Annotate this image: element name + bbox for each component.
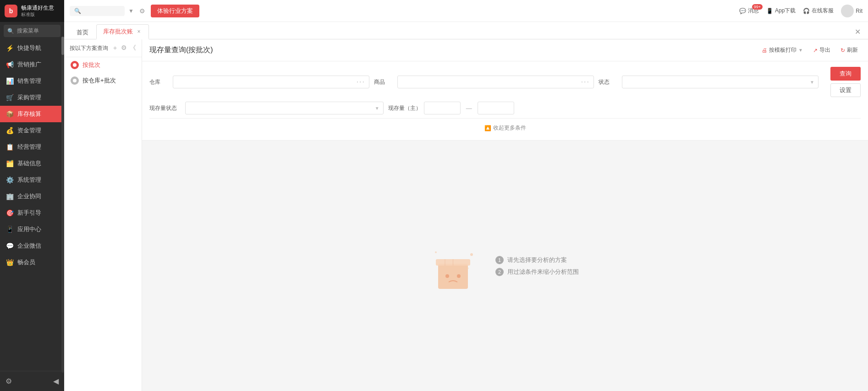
sidebar-item-wechat[interactable]: 💬 企业微信 bbox=[0, 238, 64, 254]
collapse-button[interactable]: 🔼 收起更多条件 bbox=[149, 121, 861, 135]
filter-row-1: 仓库 ··· 商品 ··· bbox=[149, 67, 861, 97]
warehouse-dots-icon: ··· bbox=[357, 78, 365, 86]
page-header: 现存量查询(按批次) 🖨 按模板打印 ▼ ↗ 导出 ↻ 刷新 bbox=[142, 39, 868, 61]
main-area: 🔍 ▼ ⚙ 体验行业方案 💬 消息 99+ 📱 App下载 🎧 在线客服 Rit bbox=[64, 0, 868, 391]
page-header-actions: 🖨 按模板打印 ▼ ↗ 导出 ↻ 刷新 bbox=[759, 44, 861, 56]
topbar-search-box[interactable]: 🔍 bbox=[70, 6, 125, 16]
empty-hint-1: 1 请先选择要分析的方案 bbox=[495, 256, 579, 264]
sidebar-footer: ⚙ ◀ bbox=[0, 371, 64, 391]
settings-button[interactable]: 设置 bbox=[830, 83, 861, 97]
topbar-search-icon: 🔍 bbox=[74, 8, 81, 14]
print-dropdown-icon: ▼ bbox=[798, 48, 803, 53]
tab-bar-close-button[interactable]: ✕ bbox=[853, 27, 863, 36]
page-title: 现存量查询(按批次) bbox=[149, 45, 213, 55]
collapse-up-icon: 🔼 bbox=[484, 125, 491, 131]
left-panel: 按以下方案查询 ＋ ⚙ 《 按批次 按仓库+批次 bbox=[64, 39, 142, 391]
goods-input[interactable]: ··· bbox=[397, 76, 594, 88]
empty-hints: 1 请先选择要分析的方案 2 用过滤条件来缩小分析范围 bbox=[495, 256, 579, 276]
plan-item-by-batch[interactable]: 按批次 bbox=[64, 57, 142, 73]
sidebar-item-business[interactable]: 📋 经营管理 bbox=[0, 139, 64, 155]
app-brand: 畅康通好生意 标准版 bbox=[21, 5, 54, 18]
query-button[interactable]: 查询 bbox=[830, 67, 861, 81]
sidebar-item-purchase[interactable]: 🛒 采购管理 bbox=[0, 89, 64, 106]
svg-point-5 bbox=[457, 274, 461, 278]
sidebar-item-marketing[interactable]: 📢 营销推广 bbox=[0, 56, 64, 73]
warehouse-input[interactable]: ··· bbox=[173, 76, 369, 88]
svg-point-0 bbox=[73, 63, 77, 67]
filter-area: 仓库 ··· 商品 ··· bbox=[142, 61, 868, 141]
inventory-status-select[interactable]: ▼ bbox=[185, 102, 384, 114]
plan-item-by-warehouse-batch[interactable]: 按仓库+批次 bbox=[64, 73, 142, 88]
warehouse-filter: 仓库 ··· bbox=[149, 76, 369, 88]
tab-inventory-batch[interactable]: 库存批次账 × bbox=[96, 24, 149, 39]
enterprise-icon: 🏢 bbox=[5, 193, 14, 200]
newbie-icon: 🎯 bbox=[5, 209, 14, 217]
sidebar-item-app-center[interactable]: 📱 应用中心 bbox=[0, 221, 64, 238]
status-select[interactable]: ▼ bbox=[622, 76, 819, 88]
add-plan-icon[interactable]: ＋ bbox=[112, 44, 118, 52]
app-download-group[interactable]: 📱 App下载 bbox=[766, 7, 796, 15]
inventory-status-filter: 现存量状态 ▼ bbox=[149, 102, 384, 114]
query-buttons: 查询 设置 bbox=[830, 67, 861, 97]
search-icon: 🔍 bbox=[7, 28, 14, 34]
refresh-icon: ↻ bbox=[841, 47, 845, 54]
qty-max-input[interactable] bbox=[478, 102, 514, 114]
sidebar-header: b 畅康通好生意 标准版 bbox=[0, 0, 64, 22]
sidebar: b 畅康通好生意 标准版 🔍 搜索菜单 ⚡ 快捷导航 📢 营销推广 📊 销售管理… bbox=[0, 0, 64, 391]
collapse-icon[interactable]: ◀ bbox=[51, 375, 60, 387]
collapse-panel-icon[interactable]: 《 bbox=[130, 44, 136, 52]
export-icon: ↗ bbox=[813, 47, 818, 54]
plan-inactive-icon bbox=[71, 76, 79, 85]
wechat-icon: 💬 bbox=[5, 242, 14, 250]
goods-dots-icon: ··· bbox=[581, 78, 590, 86]
sidebar-item-basic[interactable]: 🗂️ 基础信息 bbox=[0, 155, 64, 172]
topbar: 🔍 ▼ ⚙ 体验行业方案 💬 消息 99+ 📱 App下载 🎧 在线客服 Rit bbox=[64, 0, 868, 22]
sidebar-item-newbie[interactable]: 🎯 新手引导 bbox=[0, 205, 64, 221]
headset-icon: 🎧 bbox=[803, 8, 810, 14]
sidebar-scrollbar[interactable] bbox=[61, 37, 64, 373]
inventory-qty-filter: 现存量（主） — bbox=[388, 102, 622, 114]
sidebar-item-sales[interactable]: 📊 销售管理 bbox=[0, 73, 64, 89]
svg-rect-2 bbox=[438, 264, 468, 289]
system-icon: ⚙️ bbox=[5, 176, 14, 184]
print-icon: 🖨 bbox=[762, 47, 767, 54]
trial-button[interactable]: 体验行业方案 bbox=[151, 5, 199, 17]
topbar-chevron-icon[interactable]: ▼ bbox=[128, 8, 134, 14]
left-panel-header: 按以下方案查询 ＋ ⚙ 《 bbox=[64, 39, 142, 57]
topbar-gear-icon[interactable]: ⚙ bbox=[137, 5, 147, 16]
settings-icon[interactable]: ⚙ bbox=[4, 375, 14, 387]
empty-illustration bbox=[431, 243, 477, 289]
tab-close-button[interactable]: × bbox=[136, 28, 142, 35]
status-down-icon: ▼ bbox=[810, 80, 814, 85]
sidebar-item-enterprise[interactable]: 🏢 企业协同 bbox=[0, 188, 64, 205]
empty-state: 1 请先选择要分析的方案 2 用过滤条件来缩小分析范围 bbox=[142, 141, 868, 391]
user-group[interactable]: Rit bbox=[841, 5, 863, 17]
sidebar-item-inventory[interactable]: 📦 库存核算 bbox=[0, 106, 64, 122]
message-group[interactable]: 💬 消息 99+ bbox=[739, 7, 759, 15]
svg-point-4 bbox=[445, 274, 449, 278]
purchase-icon: 🛒 bbox=[5, 94, 14, 101]
basic-icon: 🗂️ bbox=[5, 160, 14, 167]
filter-row-2: 现存量状态 ▼ 现存量（主） — bbox=[149, 102, 861, 114]
empty-hint-2: 2 用过滤条件来缩小分析范围 bbox=[495, 268, 579, 276]
sidebar-item-quick-nav[interactable]: ⚡ 快捷导航 bbox=[0, 40, 64, 56]
app-center-icon: 📱 bbox=[5, 226, 14, 233]
sidebar-scrollbar-thumb bbox=[61, 37, 64, 55]
print-action[interactable]: 🖨 按模板打印 ▼ bbox=[759, 44, 806, 56]
refresh-action[interactable]: ↻ 刷新 bbox=[838, 44, 861, 56]
goods-filter: 商品 ··· bbox=[374, 76, 594, 88]
inventory-icon: 📦 bbox=[5, 110, 14, 118]
left-panel-icons: ＋ ⚙ 《 bbox=[112, 44, 136, 52]
settings-plan-icon[interactable]: ⚙ bbox=[121, 44, 127, 52]
content-area: 按以下方案查询 ＋ ⚙ 《 按批次 按仓库+批次 bbox=[64, 39, 868, 391]
sidebar-item-finance[interactable]: 💰 资金管理 bbox=[0, 122, 64, 139]
sidebar-search[interactable]: 🔍 搜索菜单 bbox=[4, 25, 60, 37]
export-action[interactable]: ↗ 导出 bbox=[810, 44, 833, 56]
empty-svg bbox=[431, 243, 477, 293]
sidebar-item-member[interactable]: 👑 畅会员 bbox=[0, 254, 64, 271]
tab-home[interactable]: 首页 bbox=[70, 25, 95, 39]
qty-min-input[interactable] bbox=[424, 102, 461, 114]
sidebar-item-system[interactable]: ⚙️ 系统管理 bbox=[0, 172, 64, 188]
online-service-group[interactable]: 🎧 在线客服 bbox=[803, 7, 834, 15]
svg-point-1 bbox=[73, 79, 77, 82]
